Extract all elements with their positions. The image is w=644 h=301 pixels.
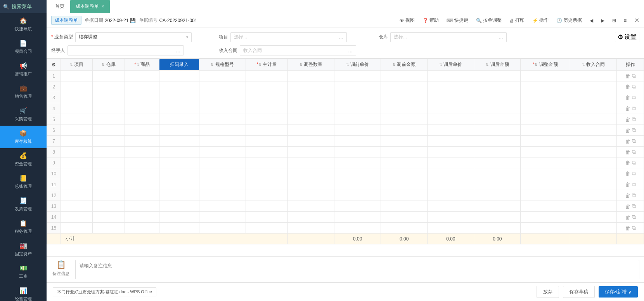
row-after-unit-price[interactable]: [428, 223, 474, 234]
copy-icon[interactable]: ⧉: [632, 83, 636, 90]
delete-icon[interactable]: 🗑: [625, 192, 630, 199]
row-project[interactable]: [61, 190, 93, 201]
row-income-contract[interactable]: [570, 223, 616, 234]
grid2-btn[interactable]: ≡: [621, 17, 629, 24]
copy-icon[interactable]: ⧉: [632, 225, 636, 231]
row-after-unit-price[interactable]: [428, 179, 474, 190]
row-prev-amount[interactable]: [381, 147, 428, 157]
row-prev-amount[interactable]: [381, 223, 428, 234]
row-prev-unit-price[interactable]: [334, 71, 381, 81]
row-unit[interactable]: [246, 92, 288, 103]
row-income-contract[interactable]: [570, 92, 616, 103]
row-after-amount[interactable]: [474, 125, 521, 136]
row-after-unit-price[interactable]: [428, 103, 474, 114]
row-adjust-amount[interactable]: [521, 223, 570, 234]
row-scan[interactable]: [159, 71, 199, 81]
row-prev-unit-price[interactable]: [334, 223, 381, 234]
row-prev-unit-price[interactable]: [334, 157, 381, 168]
row-scan[interactable]: [159, 190, 199, 201]
row-adjust-qty[interactable]: [288, 114, 334, 125]
row-adjust-amount[interactable]: [521, 114, 570, 125]
sidebar-item-sales-mgmt[interactable]: 💼 销售管理: [0, 81, 47, 103]
row-scan[interactable]: [159, 147, 199, 157]
row-scan[interactable]: [159, 157, 199, 168]
row-after-unit-price[interactable]: [428, 157, 474, 168]
copy-icon[interactable]: ⧉: [632, 203, 636, 209]
row-product[interactable]: [125, 114, 159, 125]
row-project[interactable]: [61, 114, 93, 125]
row-adjust-qty[interactable]: [288, 223, 334, 234]
tab-close-icon[interactable]: ✕: [101, 4, 104, 9]
sidebar-item-invoice-mgmt[interactable]: 🧾 发票管理: [0, 193, 47, 216]
row-product[interactable]: [125, 223, 159, 234]
row-adjust-qty[interactable]: [288, 92, 334, 103]
row-prev-unit-price[interactable]: [334, 81, 381, 92]
row-spec[interactable]: [199, 223, 246, 234]
row-scan[interactable]: [159, 114, 199, 125]
row-after-unit-price[interactable]: [428, 201, 474, 212]
row-adjust-amount[interactable]: [521, 71, 570, 81]
row-prev-unit-price[interactable]: [334, 136, 381, 147]
row-warehouse[interactable]: [93, 136, 125, 147]
row-after-amount[interactable]: [474, 71, 521, 81]
row-income-contract[interactable]: [570, 136, 616, 147]
copy-icon[interactable]: ⧉: [632, 159, 636, 166]
row-project[interactable]: [61, 92, 93, 103]
row-adjust-amount[interactable]: [521, 168, 570, 179]
row-warehouse[interactable]: [93, 114, 125, 125]
check-adjust-btn[interactable]: 🔍 按单调整: [474, 16, 504, 24]
row-warehouse[interactable]: [93, 179, 125, 190]
sidebar-item-ledger-mgmt[interactable]: 📒 总账管理: [0, 171, 47, 193]
prev-btn[interactable]: ◀: [587, 17, 596, 24]
row-scan[interactable]: [159, 168, 199, 179]
delete-icon[interactable]: 🗑: [625, 127, 630, 133]
delete-icon[interactable]: 🗑: [625, 171, 630, 177]
help-btn[interactable]: ❓ 帮助: [420, 16, 441, 24]
row-project[interactable]: [61, 136, 93, 147]
row-warehouse[interactable]: [93, 157, 125, 168]
row-product[interactable]: [125, 212, 159, 223]
doc-close-btn[interactable]: ✕: [634, 17, 639, 24]
copy-icon[interactable]: ⧉: [632, 138, 636, 144]
save-draft-button[interactable]: 保存草稿: [563, 286, 595, 298]
row-spec[interactable]: [199, 190, 246, 201]
row-product[interactable]: [125, 190, 159, 201]
row-warehouse[interactable]: [93, 201, 125, 212]
copy-icon[interactable]: ⧉: [632, 214, 636, 220]
row-product[interactable]: [125, 125, 159, 136]
row-product[interactable]: [125, 179, 159, 190]
row-unit[interactable]: [246, 81, 288, 92]
row-after-unit-price[interactable]: [428, 92, 474, 103]
sidebar-item-fixed-assets[interactable]: 🏭 固定资产: [0, 238, 47, 261]
row-income-contract[interactable]: [570, 201, 616, 212]
row-warehouse[interactable]: [93, 81, 125, 92]
row-prev-amount[interactable]: [381, 201, 428, 212]
row-after-amount[interactable]: [474, 92, 521, 103]
row-adjust-qty[interactable]: [288, 190, 334, 201]
row-adjust-amount[interactable]: [521, 92, 570, 103]
row-adjust-qty[interactable]: [288, 212, 334, 223]
row-after-unit-price[interactable]: [428, 136, 474, 147]
row-unit[interactable]: [246, 212, 288, 223]
row-income-contract[interactable]: [570, 179, 616, 190]
delete-icon[interactable]: 🗑: [625, 160, 630, 166]
sidebar-item-salary[interactable]: 💵 工资: [0, 261, 47, 283]
row-adjust-qty[interactable]: [288, 136, 334, 147]
copy-icon[interactable]: ⧉: [632, 181, 636, 188]
row-prev-unit-price[interactable]: [334, 147, 381, 157]
row-unit[interactable]: [246, 147, 288, 157]
sidebar-item-fund-mgmt[interactable]: 💰 资金管理: [0, 148, 47, 171]
row-project[interactable]: [61, 71, 93, 81]
row-adjust-qty[interactable]: [288, 81, 334, 92]
row-product[interactable]: [125, 157, 159, 168]
row-income-contract[interactable]: [570, 114, 616, 125]
row-prev-amount[interactable]: [381, 168, 428, 179]
row-spec[interactable]: [199, 157, 246, 168]
row-prev-amount[interactable]: [381, 71, 428, 81]
row-product[interactable]: [125, 168, 159, 179]
discard-button[interactable]: 放弃: [537, 286, 559, 298]
row-product[interactable]: [125, 92, 159, 103]
delete-icon[interactable]: 🗑: [625, 149, 630, 155]
row-after-unit-price[interactable]: [428, 147, 474, 157]
row-scan[interactable]: [159, 81, 199, 92]
